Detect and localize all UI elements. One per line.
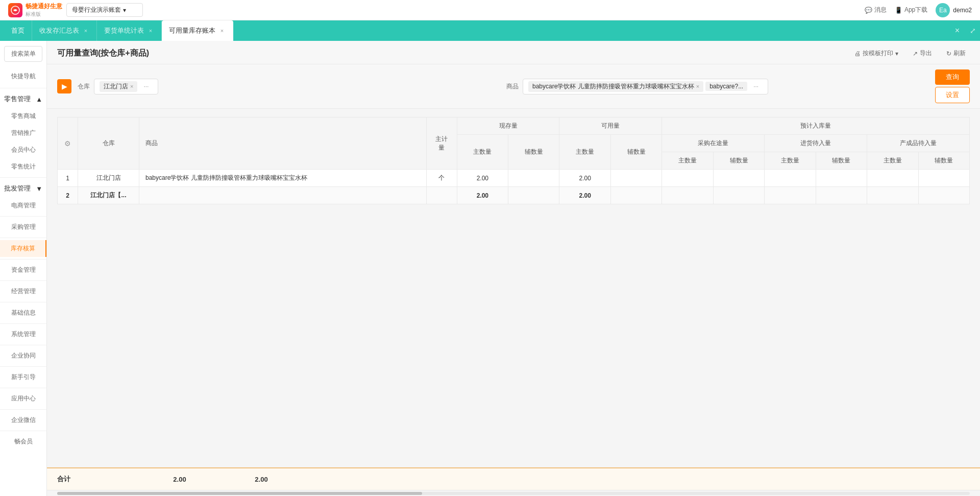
tab-close-available-inventory[interactable]: × [218, 27, 226, 34]
tab-available-inventory[interactable]: 可用量库存账本 × [162, 20, 233, 41]
cell-stock-main: 2.00 [457, 170, 508, 187]
cell-purchase-transit-main [662, 170, 713, 187]
inventory-table: ⚙ 仓库 商品 主计量 现存量 可用量 预计入库量 主数量 辅数量 主数量 辅数… [57, 117, 970, 204]
chevron-down-icon: ▾ [123, 7, 126, 14]
sidebar-item-vip-member[interactable]: 畅会员 [0, 433, 46, 450]
tab-close-receive-send[interactable]: × [82, 27, 89, 34]
cell-avail-aux [610, 187, 662, 204]
sidebar-item-finance[interactable]: 资金管理 [0, 262, 46, 278]
th-settings[interactable]: ⚙ [58, 117, 78, 170]
filter-toggle-button[interactable]: ▶ [57, 79, 71, 93]
cell-stock-aux [508, 170, 559, 187]
refresh-button[interactable]: ↻ 刷新 [942, 47, 970, 60]
sidebar-item-purchase[interactable]: 采购管理 [0, 219, 46, 235]
sidebar-item-enterprise[interactable]: 企业协同 [0, 347, 46, 364]
cell-index: 1 [58, 170, 78, 187]
sidebar-item-ecommerce[interactable]: 电商管理 [0, 197, 46, 214]
app-download-button[interactable]: 📱 App下载 [895, 6, 927, 14]
gear-icon[interactable]: ⚙ [64, 139, 71, 148]
sidebar-divider-12 [0, 409, 46, 410]
search-menu-button[interactable]: 搜索菜单 [4, 46, 42, 62]
th-product: 商品 [139, 117, 427, 170]
th-purchase-transit-group: 采购在途量 [662, 135, 765, 152]
expand-button[interactable]: ⤢ [966, 20, 980, 41]
app-icon: 📱 [895, 7, 902, 14]
th-product-arrival-main: 主数量 [867, 152, 918, 170]
footer-values: 2.00 2.00 [159, 476, 970, 483]
product-tag-close[interactable]: × [696, 83, 699, 89]
content-area: 可用量查询(按仓库+商品) 🖨 按模板打印 ▾ ↗ 导出 ↻ 刷新 [47, 41, 980, 496]
top-bar-right: 💬 消息 📱 App下载 Ea demo2 [865, 3, 972, 17]
sidebar-item-wholesale[interactable]: 批发管理 ▼ [0, 180, 46, 197]
user-profile[interactable]: Ea demo2 [936, 3, 972, 17]
sidebar-item-members[interactable]: 会员中心 [0, 141, 46, 158]
sidebar-item-operations[interactable]: 经营管理 [0, 283, 46, 300]
tenant-selector[interactable]: 母婴行业演示账套 ▾ [66, 3, 143, 17]
scroll-thumb[interactable] [57, 492, 422, 495]
sidebar-item-retail-mall[interactable]: 零售商城 [0, 108, 46, 125]
avatar: Ea [936, 3, 950, 17]
sidebar-item-system[interactable]: 系统管理 [0, 326, 46, 343]
filter-group-warehouse: 仓库 江北门店 × ··· [78, 79, 500, 95]
sidebar-divider-10 [0, 366, 46, 367]
sidebar-divider-7 [0, 302, 46, 302]
tab-receive-send[interactable]: 收发存汇总表 × [32, 20, 97, 41]
cell-unit: 个 [426, 170, 457, 187]
product-tag: babycare学饮杯 儿童防摔防撞吸管杯重力球吸嘴杯宝宝水杯 × [528, 81, 703, 92]
print-button[interactable]: 🖨 按模板打印 ▾ [850, 47, 902, 60]
close-all-tabs-button[interactable]: × [949, 20, 966, 41]
page-header: 可用量查询(按仓库+商品) 🖨 按模板打印 ▾ ↗ 导出 ↻ 刷新 [47, 41, 980, 64]
table-body: 1 江北门店 babycare学饮杯 儿童防摔防撞吸管杯重力球吸嘴杯宝宝水杯 个… [58, 170, 970, 204]
tab-close-order-stats[interactable]: × [147, 27, 154, 34]
print-icon: 🖨 [854, 50, 861, 57]
chevron-up-icon: ▲ [36, 96, 42, 103]
th-goods-arrival-group: 进货待入量 [765, 135, 867, 152]
table-row: 1 江北门店 babycare学饮杯 儿童防摔防撞吸管杯重力球吸嘴杯宝宝水杯 个… [58, 170, 970, 187]
tab-order-stats[interactable]: 要货单统计表 × [97, 20, 162, 41]
table-row: 2 江北门店【... 2.00 2.00 [58, 187, 970, 204]
nav-tabs: 首页 收发存汇总表 × 要货单统计表 × 可用量库存账本 × × ⤢ [0, 20, 980, 41]
cell-product-arrival-aux [918, 170, 969, 187]
sidebar-item-inventory[interactable]: 库存核算 [0, 240, 46, 257]
message-icon: 💬 [865, 7, 872, 14]
th-current-stock-group: 现存量 [457, 117, 559, 135]
sidebar-item-basic-info[interactable]: 基础信息 [0, 304, 46, 321]
cell-warehouse: 江北门店 [78, 170, 139, 187]
warehouse-tag-close[interactable]: × [130, 83, 133, 89]
cell-unit [426, 187, 457, 204]
query-settings-area: 查询 设置 [935, 69, 970, 103]
cell-product-arrival-main [867, 170, 918, 187]
th-unit: 主计量 [426, 117, 457, 170]
cell-purchase-transit-aux [713, 187, 764, 204]
cell-stock-main: 2.00 [457, 187, 508, 204]
sidebar-item-retail[interactable]: 零售管理 ▲ [0, 90, 46, 108]
tab-home[interactable]: 首页 [4, 20, 32, 41]
warehouse-more[interactable]: ··· [139, 83, 153, 90]
cell-warehouse: 江北门店【... [78, 187, 139, 204]
toggle-icon: ▶ [62, 82, 67, 90]
cell-goods-arrival-main [765, 170, 816, 187]
sidebar-search-area: 搜索菜单 [0, 41, 46, 67]
product-more[interactable]: ··· [749, 83, 763, 90]
warehouse-filter-input[interactable]: 江北门店 × ··· [94, 79, 158, 95]
product-filter-input[interactable]: babycare学饮杯 儿童防摔防撞吸管杯重力球吸嘴杯宝宝水杯 × babyca… [523, 79, 768, 95]
sidebar-divider-1 [0, 88, 46, 88]
scroll-track[interactable] [57, 492, 970, 495]
sidebar-item-wechat[interactable]: 企业微信 [0, 412, 46, 429]
sidebar-item-marketing[interactable]: 营销推广 [0, 125, 46, 141]
sidebar-item-newuser[interactable]: 新手引导 [0, 369, 46, 386]
message-button[interactable]: 💬 消息 [865, 6, 887, 14]
page-actions: 🖨 按模板打印 ▾ ↗ 导出 ↻ 刷新 [850, 47, 970, 60]
cell-avail-main: 2.00 [559, 170, 610, 187]
export-button[interactable]: ↗ 导出 [909, 47, 936, 60]
sidebar-item-app-center[interactable]: 应用中心 [0, 390, 46, 407]
filter-settings-button[interactable]: 设置 [935, 87, 970, 103]
cell-index: 2 [58, 187, 78, 204]
query-button[interactable]: 查询 [935, 69, 970, 85]
sidebar-item-retail-stats[interactable]: 零售统计 [0, 158, 46, 175]
sidebar-divider-4 [0, 238, 46, 238]
th-available-group: 可用量 [559, 117, 662, 135]
sidebar-item-quick-nav[interactable]: 快捷导航 [0, 67, 46, 86]
cell-goods-arrival-main [765, 187, 816, 204]
table-container: ⚙ 仓库 商品 主计量 现存量 可用量 预计入库量 主数量 辅数量 主数量 辅数… [47, 109, 980, 467]
